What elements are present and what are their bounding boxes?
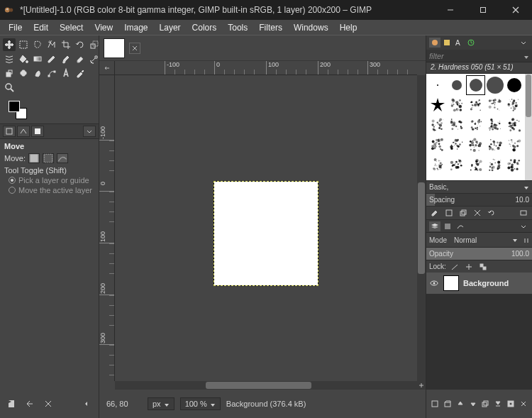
fg-color-swatch[interactable] (9, 101, 20, 112)
brush-preset[interactable] (504, 155, 523, 175)
brush-preset[interactable] (485, 75, 504, 95)
status-zoom-dropdown[interactable]: 100 % (180, 397, 221, 410)
canvas-viewport[interactable] (115, 75, 417, 381)
brush-refresh-button[interactable] (486, 207, 497, 219)
tool-paintbrush[interactable] (60, 53, 72, 65)
tool-options-reset-icon[interactable] (80, 397, 94, 411)
layer-up-button[interactable] (455, 398, 466, 409)
brush-delete-button[interactable] (472, 207, 483, 219)
brush-new-button[interactable] (443, 207, 455, 219)
tool-pencil[interactable] (45, 53, 58, 65)
menu-help[interactable]: Help (334, 21, 363, 34)
tool-crop[interactable] (60, 38, 72, 51)
brush-filter[interactable]: filter (426, 50, 532, 62)
move-mode-layer[interactable] (28, 153, 40, 163)
chevron-down-icon[interactable] (512, 237, 518, 243)
tool-bucket-fill[interactable] (17, 53, 30, 65)
navigation-button[interactable] (417, 381, 426, 390)
layer-thumbnail[interactable] (443, 275, 459, 291)
brush-preset[interactable] (466, 155, 485, 175)
tab-device-status[interactable] (17, 126, 30, 137)
tab-undo-history[interactable] (31, 126, 44, 137)
ruler-corner[interactable] (99, 61, 115, 75)
menu-filters[interactable]: Filters (253, 21, 288, 34)
layer-down-button[interactable] (467, 398, 479, 409)
tool-clone[interactable] (3, 67, 16, 79)
tool-rect-select[interactable] (17, 38, 30, 51)
brush-edit-button[interactable] (429, 207, 440, 219)
canvas-image[interactable] (214, 182, 318, 285)
tab-channels[interactable] (442, 221, 453, 231)
brush-preset[interactable] (485, 135, 504, 155)
menu-edit[interactable]: Edit (28, 21, 54, 34)
radio-pick-layer[interactable] (9, 177, 16, 184)
document-thumbnail[interactable] (104, 38, 125, 58)
tool-smudge[interactable] (31, 67, 44, 79)
tab-paths[interactable] (455, 221, 466, 231)
color-swatches[interactable] (0, 97, 99, 123)
ruler-horizontal[interactable]: -1000100200300 (115, 61, 417, 75)
brush-preset[interactable] (466, 95, 485, 115)
tool-fuzzy-select[interactable] (45, 38, 58, 51)
layer-delete-button[interactable] (518, 398, 529, 409)
tool-zoom[interactable] (3, 81, 16, 94)
scrollbar-vertical[interactable] (417, 75, 426, 381)
brush-grid[interactable] (426, 74, 532, 180)
layer-name[interactable]: Background (463, 279, 509, 287)
layer-merge-button[interactable] (492, 398, 504, 409)
brush-preset[interactable] (428, 95, 447, 115)
brush-preset[interactable] (428, 135, 447, 155)
menu-colors[interactable]: Colors (187, 21, 223, 34)
ruler-vertical[interactable]: -1000100200300 (99, 75, 115, 381)
radio-move-active[interactable] (9, 187, 16, 194)
brush-preset[interactable] (428, 75, 447, 95)
status-units-dropdown[interactable]: px (148, 397, 174, 410)
menu-select[interactable]: Select (54, 21, 89, 34)
brush-scrollbar[interactable] (525, 74, 532, 180)
minimize-button[interactable] (434, 0, 467, 20)
tab-layers[interactable] (429, 221, 440, 231)
tab-menu-button[interactable] (83, 126, 96, 137)
tool-rotate[interactable] (74, 38, 87, 51)
layer-mode-value[interactable]: Normal (450, 236, 509, 244)
brush-preset[interactable] (466, 75, 485, 95)
layer-new-button[interactable] (429, 398, 440, 409)
brush-preset[interactable] (504, 115, 523, 135)
tab-history[interactable] (465, 38, 477, 48)
lock-pixels-button[interactable] (449, 261, 460, 273)
menu-tools[interactable]: Tools (222, 21, 253, 34)
tool-warp[interactable] (3, 53, 16, 65)
layer-duplicate-button[interactable] (480, 398, 492, 409)
brush-duplicate-button[interactable] (458, 207, 469, 219)
scrollbar-horizontal[interactable] (115, 381, 417, 390)
lock-position-button[interactable] (463, 261, 475, 273)
menu-file[interactable]: File (3, 21, 28, 34)
tab-menu-right-lower[interactable] (518, 221, 529, 231)
brush-preset[interactable] (447, 155, 466, 175)
lock-alpha-button[interactable] (477, 261, 489, 273)
document-close-icon[interactable] (129, 43, 140, 54)
tab-menu-right-upper[interactable] (518, 38, 529, 48)
layer-mask-button[interactable] (505, 398, 516, 409)
tool-heal[interactable] (17, 67, 30, 79)
tool-options-restore-icon[interactable] (23, 397, 37, 411)
brush-preset[interactable] (504, 95, 523, 115)
tab-patterns[interactable] (441, 38, 453, 48)
layer-group-button[interactable] (442, 398, 453, 409)
brush-preset[interactable] (485, 155, 504, 175)
tab-brushes[interactable] (429, 38, 440, 48)
layer-visibility-icon[interactable] (429, 279, 439, 287)
move-mode-selection[interactable] (43, 153, 54, 163)
tab-tool-options[interactable] (3, 126, 16, 137)
tool-options-delete-icon[interactable] (41, 397, 55, 411)
menu-windows[interactable]: Windows (288, 21, 334, 34)
menu-view[interactable]: View (89, 21, 118, 34)
layer-item[interactable]: Background (426, 273, 532, 294)
brush-preset[interactable] (485, 115, 504, 135)
brush-spacing-slider[interactable]: Spacing 10.0 (426, 193, 532, 206)
mode-switch-icon[interactable] (523, 237, 529, 243)
tool-free-select[interactable] (31, 38, 44, 51)
brush-preset[interactable] (428, 115, 447, 135)
layer-opacity-slider[interactable]: Opacity 100.0 (426, 247, 532, 260)
tool-move[interactable] (3, 38, 16, 51)
